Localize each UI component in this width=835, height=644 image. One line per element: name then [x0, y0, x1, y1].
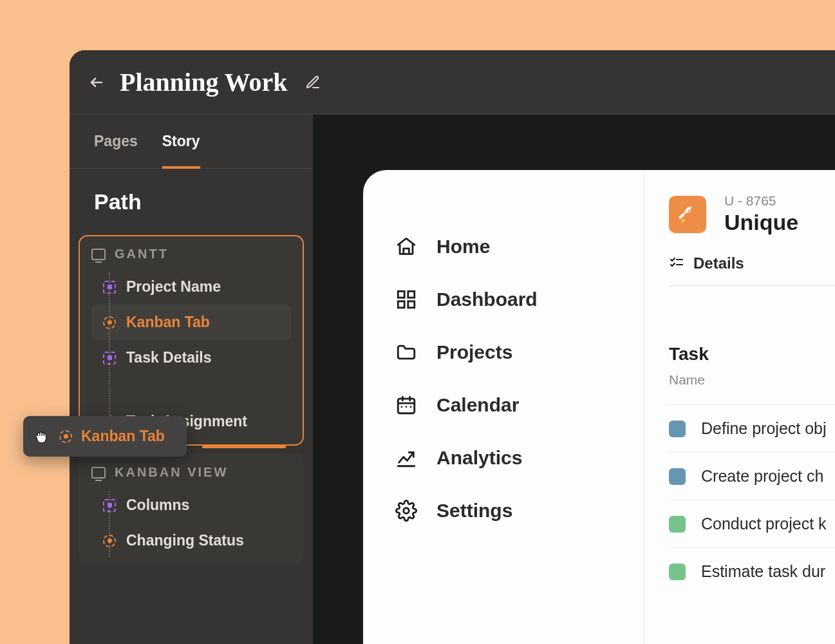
- sidebar: Pages Story Path GANTT Project Name Ka: [70, 115, 313, 644]
- rocket-icon: [677, 204, 698, 225]
- svg-rect-4: [408, 301, 415, 308]
- task-row[interactable]: Define project obj: [669, 404, 835, 452]
- nav-item-calendar[interactable]: Calendar: [395, 379, 612, 431]
- path-item-label: Task Details: [126, 349, 212, 366]
- task-section: Task Name Define project obj Create proj…: [669, 344, 835, 595]
- home-icon: [395, 236, 417, 258]
- svg-rect-1: [398, 291, 404, 298]
- nav-label: Analytics: [436, 447, 522, 469]
- checklist-icon: [669, 256, 684, 271]
- svg-point-14: [688, 209, 691, 212]
- svg-rect-2: [408, 291, 415, 298]
- group-label: KANBAN VIEW: [115, 465, 228, 480]
- drag-chip-label: Kanban Tab: [81, 428, 165, 445]
- dashboard-icon: [395, 289, 417, 310]
- svg-rect-3: [398, 301, 404, 308]
- task-row[interactable]: Create project ch: [669, 452, 835, 500]
- monitor-icon: [91, 249, 106, 260]
- nav-label: Calendar: [436, 394, 519, 416]
- tab-pages[interactable]: Pages: [94, 133, 138, 168]
- path-group-gantt[interactable]: GANTT Project Name Kanban Tab Task Detai…: [79, 235, 304, 446]
- detail-tab-label: Details: [693, 254, 744, 272]
- detail-tab-details[interactable]: Details: [669, 254, 744, 272]
- svg-point-13: [404, 508, 409, 514]
- header: Planning Work: [70, 50, 835, 115]
- settings-icon: [395, 500, 417, 522]
- nav-label: Settings: [436, 500, 512, 522]
- path-item-label: Kanban Tab: [126, 314, 210, 331]
- nav-label: Home: [436, 236, 490, 258]
- square-node-icon: [103, 499, 116, 512]
- task-status-badge: [669, 564, 686, 580]
- nav-label: Projects: [436, 341, 512, 363]
- nav-label: Dashboard: [436, 289, 538, 310]
- square-node-icon: [103, 352, 116, 365]
- task-name: Estimate task dur: [701, 562, 825, 581]
- task-status-badge: [669, 468, 686, 485]
- path-heading: Path: [94, 189, 288, 214]
- preview-nav: Home Dashboard Projects Calendar Analyti…: [363, 170, 644, 644]
- project-title: Unique: [724, 210, 798, 235]
- drag-chip[interactable]: Kanban Tab: [23, 416, 187, 457]
- circle-node-icon: [59, 430, 72, 443]
- back-arrow-icon[interactable]: [89, 75, 104, 90]
- path-item-project-name[interactable]: Project Name: [91, 269, 291, 305]
- square-node-icon: [103, 281, 116, 294]
- task-name: Conduct project k: [701, 515, 827, 533]
- path-item-kanban-tab[interactable]: Kanban Tab: [91, 305, 291, 340]
- nav-item-dashboard[interactable]: Dashboard: [395, 273, 612, 326]
- nav-item-projects[interactable]: Projects: [395, 326, 612, 379]
- task-row[interactable]: Estimate task dur: [669, 547, 835, 595]
- nav-item-analytics[interactable]: Analytics: [395, 431, 612, 484]
- path-item-label: Columns: [126, 497, 189, 514]
- task-name: Create project ch: [701, 467, 823, 486]
- path-item-changing-status[interactable]: Changing Status: [91, 523, 291, 558]
- nav-item-settings[interactable]: Settings: [395, 484, 612, 537]
- path-item-label: Project Name: [126, 278, 221, 296]
- path-group-kanban-view[interactable]: KANBAN VIEW Columns Changing Status: [79, 453, 304, 565]
- svg-rect-5: [398, 399, 415, 413]
- detail-tabs: Details: [669, 254, 835, 286]
- task-status-badge: [669, 516, 686, 533]
- task-heading: Task: [669, 344, 835, 365]
- project-id: U - 8765: [724, 193, 798, 209]
- task-subheading: Name: [669, 372, 835, 388]
- task-name: Define project obj: [701, 419, 827, 438]
- task-status-badge: [669, 421, 686, 437]
- monitor-icon: [91, 467, 106, 478]
- path-item-columns[interactable]: Columns: [91, 488, 291, 523]
- task-row[interactable]: Conduct project k: [669, 500, 835, 547]
- path-item-task-details[interactable]: Task Details: [91, 340, 291, 375]
- circle-node-icon: [103, 316, 116, 329]
- page-title: Planning Work: [120, 67, 287, 97]
- detail-column: U - 8765 Unique Details Task Name Define…: [644, 170, 835, 644]
- tab-story[interactable]: Story: [162, 133, 200, 168]
- path-item-label: Changing Status: [126, 532, 244, 549]
- group-label: GANTT: [115, 247, 169, 261]
- rocket-badge: [669, 196, 706, 233]
- drop-indicator: [202, 446, 286, 448]
- preview-panel: Home Dashboard Projects Calendar Analyti…: [363, 170, 835, 644]
- analytics-icon: [395, 447, 417, 469]
- circle-node-icon: [103, 535, 116, 547]
- folder-icon: [395, 341, 417, 363]
- edit-icon[interactable]: [305, 75, 321, 90]
- project-header: U - 8765 Unique: [669, 193, 835, 235]
- grab-cursor-icon: [33, 428, 50, 445]
- nav-item-home[interactable]: Home: [395, 220, 612, 273]
- calendar-icon: [395, 394, 417, 416]
